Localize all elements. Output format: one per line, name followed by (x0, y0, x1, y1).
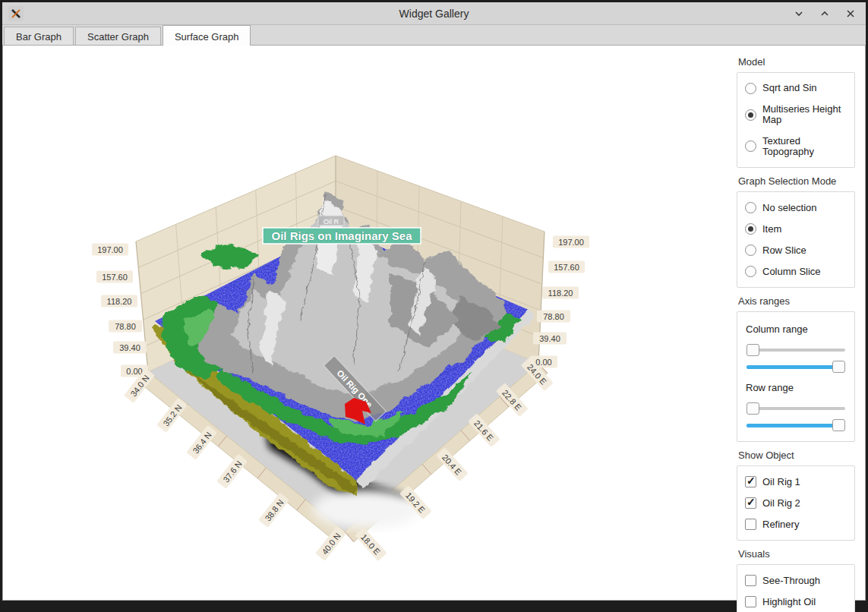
surface-plot[interactable]: Oil R Oil Rigs on Imaginary Sea Oil Rig … (3, 46, 731, 600)
svg-text:78.80: 78.80 (543, 312, 564, 321)
radio-icon[interactable] (745, 202, 756, 213)
checkbox-see-through[interactable]: See-Through (745, 575, 847, 586)
svg-text:157.60: 157.60 (102, 273, 128, 282)
checkbox-refinery[interactable]: Refinery (745, 519, 847, 530)
close-button[interactable] (844, 8, 857, 20)
model-group: Sqrt and Sin Multiseries Height Map Text… (737, 72, 855, 168)
checkbox-icon[interactable] (745, 476, 756, 487)
row-range-min-slider[interactable] (746, 402, 845, 415)
column-range-min-slider[interactable] (746, 344, 845, 356)
maximize-button[interactable] (819, 8, 831, 20)
tab-bar-graph[interactable]: Bar Graph (4, 27, 74, 46)
show-object-group-label: Show Object (738, 450, 855, 461)
svg-text:Oil R: Oil R (324, 218, 339, 226)
surface-graph-page: Oil R Oil Rigs on Imaginary Sea Oil Rig … (2, 45, 866, 601)
svg-text:78.80: 78.80 (115, 322, 136, 331)
tab-scatter-graph[interactable]: Scatter Graph (75, 27, 161, 46)
control-panel: Model Sqrt and Sin Multiseries Height Ma… (737, 53, 855, 612)
slider-track[interactable] (746, 349, 845, 352)
slider-handle[interactable] (832, 361, 845, 373)
slider-handle[interactable] (832, 419, 845, 431)
radio-no-selection[interactable]: No selection (745, 202, 847, 213)
radio-row-slice[interactable]: Row Slice (745, 244, 847, 256)
checkbox-icon[interactable] (745, 575, 756, 586)
radio-sqrt-and-sin[interactable]: Sqrt and Sin (745, 83, 847, 94)
axis-ranges-group-label: Axis ranges (738, 295, 855, 307)
column-range-label: Column range (746, 323, 847, 335)
radio-item[interactable]: Item (745, 223, 847, 235)
tab-bar: Bar Graph Scatter Graph Surface Graph (2, 25, 866, 46)
radio-icon[interactable] (745, 83, 756, 94)
show-object-group: Oil Rig 1 Oil Rig 2 Refinery (737, 465, 855, 541)
svg-text:0.00: 0.00 (126, 367, 142, 376)
oil-rig-two-label-partial[interactable]: Oil R (318, 216, 344, 226)
row-range-label: Row range (746, 382, 847, 393)
svg-text:118.20: 118.20 (107, 297, 132, 306)
radio-icon[interactable] (745, 266, 756, 277)
checkbox-highlight-oil[interactable]: Highlight Oil (745, 596, 847, 607)
column-range-max-slider[interactable] (746, 361, 845, 373)
selection-mode-group: No selection Item Row Slice Column Slice (737, 191, 855, 288)
svg-text:39.40: 39.40 (119, 343, 140, 352)
slider-track[interactable] (746, 365, 845, 369)
svg-text:Oil Rigs on Imaginary Sea: Oil Rigs on Imaginary Sea (271, 229, 412, 242)
minimize-button[interactable] (793, 8, 805, 20)
radio-icon[interactable] (745, 223, 756, 235)
checkbox-icon[interactable] (745, 519, 756, 530)
checkbox-icon[interactable] (745, 596, 756, 607)
svg-text:0.00: 0.00 (535, 358, 551, 367)
visuals-group: See-Through Highlight Oil Shadows (737, 564, 855, 612)
checkbox-icon[interactable] (745, 497, 756, 509)
radio-icon[interactable] (745, 109, 756, 121)
slider-track[interactable] (746, 407, 845, 410)
svg-text:197.00: 197.00 (558, 238, 584, 247)
app-logo-icon (8, 6, 24, 21)
svg-text:157.60: 157.60 (554, 263, 579, 272)
checkbox-oil-rig-1[interactable]: Oil Rig 1 (745, 476, 847, 487)
radio-column-slice[interactable]: Column Slice (745, 266, 847, 277)
axis-ranges-group: Column range Row range (737, 311, 855, 442)
visuals-group-label: Visuals (738, 548, 855, 560)
slider-handle[interactable] (746, 402, 759, 415)
plot-title: Oil Rigs on Imaginary Sea (263, 228, 421, 244)
tab-surface-graph[interactable]: Surface Graph (163, 25, 251, 46)
svg-text:39.40: 39.40 (539, 334, 560, 343)
window-title: Widget Gallery (2, 8, 866, 20)
row-range-max-slider[interactable] (746, 419, 845, 431)
app-window: Widget Gallery Bar Graph Scatter Graph S… (0, 0, 868, 612)
svg-text:118.20: 118.20 (548, 289, 573, 298)
selection-mode-group-label: Graph Selection Mode (738, 175, 855, 187)
radio-icon[interactable] (745, 244, 756, 256)
radio-multiseries-height-map[interactable]: Multiseries Height Map (745, 104, 847, 126)
checkbox-oil-rig-2[interactable]: Oil Rig 2 (745, 497, 847, 509)
model-group-label: Model (738, 56, 855, 68)
slider-track[interactable] (746, 424, 845, 427)
title-bar[interactable]: Widget Gallery (2, 2, 866, 25)
svg-text:197.00: 197.00 (97, 245, 123, 254)
radio-textured-topography[interactable]: Textured Topography (745, 136, 847, 158)
radio-icon[interactable] (745, 140, 756, 152)
slider-handle[interactable] (746, 344, 759, 356)
